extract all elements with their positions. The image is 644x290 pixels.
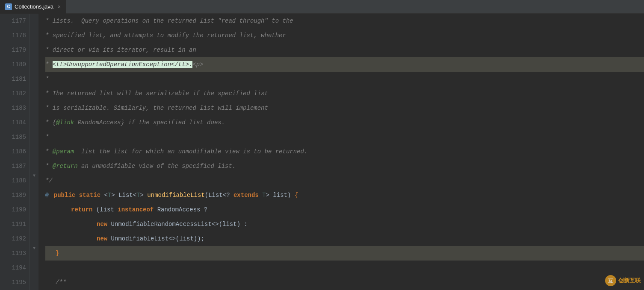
code-line-1185: * <box>45 130 644 144</box>
code-line-1191: new UnmodifiableRandomAccessList<>(list)… <box>45 217 644 231</box>
line-num-1185: 1185 <box>5 130 26 144</box>
at-marker: @ <box>45 188 49 202</box>
line-numbers: 1177 1178 1179 1180 1181 1182 1183 1184 … <box>0 14 30 290</box>
code-line-1192: new UnmodifiableList<>(list)); <box>45 231 644 246</box>
line-num-1181: 1181 <box>5 72 26 86</box>
code-line-1190: return (list instanceof RandomAccess ? <box>45 202 644 217</box>
code-line-1189: @ public static <T> List<T> unmodifiable… <box>45 188 644 202</box>
code-line-1188: */ <box>45 173 644 188</box>
line-num-1195: 1195 <box>5 275 26 290</box>
tab-close-button[interactable]: × <box>58 4 61 10</box>
code-line-1186: * @param list the list for which an unmo… <box>45 144 644 159</box>
line-num-1189: 1189 <box>5 188 26 202</box>
code-line-1180: * <tt>UnsupportedOperationException</tt>… <box>45 57 644 72</box>
line-num-1193: 1193 <box>5 246 26 261</box>
watermark-text: 创新互联 <box>618 277 641 284</box>
line-num-1188: 1188 <box>5 173 26 188</box>
line-num-1191: 1191 <box>5 217 26 231</box>
line-num-1179: 1179 <box>5 43 26 57</box>
code-line-1181: * <box>45 72 644 86</box>
line-num-1187: 1187 <box>5 159 26 173</box>
watermark-logo: 互 <box>605 275 617 287</box>
code-line-1182: * The returned list will be serializable… <box>45 86 644 101</box>
watermark: 互 创新互联 <box>605 275 641 287</box>
code-line-1194 <box>45 261 644 275</box>
code-line-1183: * is serializable. Similarly, the return… <box>45 101 644 115</box>
line-num-1194: 1194 <box>5 261 26 275</box>
tab-bar: C Collections.java × <box>0 0 644 14</box>
code-line-1184: * {@link RandomAccess} if the specified … <box>45 115 644 130</box>
editor-area: 1177 1178 1179 1180 1181 1182 1183 1184 … <box>0 14 644 290</box>
svg-text:互: 互 <box>608 278 614 284</box>
fold-icon-1193[interactable]: ▼ <box>30 246 38 251</box>
line-num-1177: 1177 <box>5 14 26 28</box>
param-tag: @param <box>53 148 74 155</box>
file-icon: C <box>5 3 12 10</box>
highlight-tt: <tt>UnsupportedOperationException</tt>. <box>53 61 193 68</box>
code-line-1195: /** <box>45 275 644 290</box>
line-num-1186: 1186 <box>5 144 26 159</box>
code-line-1193: } | <box>45 246 644 261</box>
gutter: ▼ ▼ <box>30 14 38 290</box>
code-line-1187: * @return an unmodifiable view of the sp… <box>45 159 644 173</box>
link-randomaccess: @link <box>56 119 74 126</box>
line-num-1180: 1180 <box>5 57 26 72</box>
collections-tab[interactable]: C Collections.java × <box>0 0 66 14</box>
editor-window: C Collections.java × 1177 1178 1179 1180… <box>0 0 644 290</box>
fold-icon-1188[interactable]: ▼ <box>30 173 38 178</box>
code-content: * lists. Query operations on the returne… <box>38 14 644 290</box>
code-line-1179: * direct or via its iterator, result in … <box>45 43 644 57</box>
return-tag: @return <box>53 163 78 170</box>
line-num-1184: 1184 <box>5 115 26 130</box>
line-num-1190: 1190 <box>5 202 26 217</box>
code-line-1177: * lists. Query operations on the returne… <box>45 14 644 28</box>
line-num-1178: 1178 <box>5 28 26 43</box>
tab-filename: Collections.java <box>15 3 53 10</box>
code-line-1178: * specified list, and attempts to modify… <box>45 28 644 43</box>
line-num-1192: 1192 <box>5 231 26 246</box>
line-num-1182: 1182 <box>5 86 26 101</box>
line-num-1183: 1183 <box>5 101 26 115</box>
